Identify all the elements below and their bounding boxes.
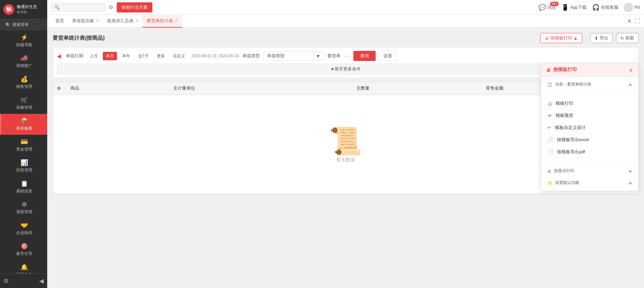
sidebar-item-basic[interactable]: 📋 基础信息 [0,177,47,197]
export-pdf-icon: 📄 [547,149,554,155]
sidebar-bottom: ⚙ ◀ [0,274,47,288]
sidebar-item-label: 营销推广 [16,63,32,69]
marketing-icon: 📣 [21,55,28,62]
sidebar-search[interactable]: 🔍 搜索菜单 [0,19,47,30]
date-btn-7days[interactable]: 近7天 [135,52,152,60]
dropdown-item-template-print[interactable]: 🖨 模板打印 [541,97,638,109]
dropdown-item-export-excel[interactable]: 📄 按模板导出excel [541,134,638,146]
print-button[interactable]: 🖨 按模板打印 ▲ [540,33,582,43]
dropdown-set-default[interactable]: ⭐ 设置默认功能 ▶ [541,177,638,189]
type-select-arrow: ▼ [316,54,320,59]
refresh-button[interactable]: ↻ 刷新 [616,33,639,43]
trial-button[interactable]: 体验行业方案 [117,2,152,12]
date-btn-current-month[interactable]: 本月 [103,52,117,60]
dropdown-section-sub: 🖨 按显示打印 ▶ ⭐ 设置默认功能 ▶ [541,163,638,191]
tab-home-label: 首页 [55,18,64,24]
table-header-settings[interactable]: ⚙ [53,82,66,95]
tab-inventory-batch[interactable]: 库存批次账 ✕ [68,15,103,28]
sidebar-item-operations[interactable]: 📊 经营管理 [0,156,47,177]
sidebar-item-marketing[interactable]: 📣 营销推广 [0,51,47,72]
tab-order-stats[interactable]: 要货单统计表 ✕ [143,15,182,28]
settings-icon[interactable]: ⚙ [3,277,9,285]
sidebar-logo: 畅 畅通好生意 标准版 [0,0,47,19]
print-label: 按模板打印 [550,35,572,41]
export-button[interactable]: ⬆ 导出 [590,33,613,43]
topbar-search-input[interactable] [60,5,100,10]
dropdown-divider-1 [541,94,638,94]
display-print-label: 按显示打印 [554,168,574,174]
headset-icon: 🎧 [592,4,599,11]
date-btn-custom[interactable]: 自定义 [170,52,188,60]
sidebar-item-inventory[interactable]: 📦 库存核算 [0,114,47,135]
filter-settings-button[interactable]: 设置 [379,51,397,61]
topbar-gear-icon[interactable]: ⚙ [109,4,113,10]
date-range-display: 2023-06-01 至 2023-06-30 [192,53,239,59]
tab-order-stats-close[interactable]: ✕ [175,19,178,23]
sidebar: 畅 畅通好生意 标准版 🔍 搜索菜单 ⚡ 快捷导航 📣 营销推广 💰 销售管理 … [0,0,47,288]
tab-home[interactable]: 首页 [51,15,68,28]
type-select[interactable]: 单据类型 ▼ [263,51,324,61]
export-excel-label: 按模板导出excel [557,137,589,143]
dropdown-print-icon: 🖨 [546,67,551,72]
sidebar-item-collab[interactable]: 🤝 企业协同 [0,218,47,239]
sidebar-app-name: 畅通好生意 [17,4,37,10]
tab-receipt-summary-close[interactable]: ✕ [136,19,139,23]
filter-collapse-icon[interactable]: ◀ [57,53,61,59]
message-icon: 💬 [538,4,546,11]
tab-receipt-summary[interactable]: 收发存汇总表 ✕ [103,15,143,28]
template-preview-label: 模板预览 [556,113,573,119]
dropdown-item-template-preview[interactable]: 👁 模板预览 [541,109,638,122]
collapse-icon[interactable]: ◀ [39,277,44,285]
display-print-arrow: ▶ [629,169,632,173]
dropdown-close-button[interactable]: ▲ [628,67,634,73]
display-print-icon: 🖨 [547,169,551,173]
goods-label: 要货单 [327,53,341,59]
app-download-button[interactable]: 📱 App下载 [561,4,587,11]
sidebar-item-guide[interactable]: 🎯 新手引导 [0,239,47,260]
purchase-icon: 🛒 [21,96,28,104]
sidebar-item-label: 新手引导 [16,251,32,257]
date-btn-more[interactable]: 更多 [154,52,168,60]
sidebar-item-appstore[interactable]: 🔔 应用中心 [0,260,47,274]
template-print-label: 模板打印 [556,100,573,106]
dropdown-section-current: 📋 当前：要货单统计表 ▶ [541,76,638,92]
table-header-goods: 商品 [66,82,169,95]
tab-receipt-summary-label: 收发存汇总表 [107,18,134,24]
sidebar-app-sub: 标准版 [17,10,37,14]
tab-fullscreen-icon[interactable]: ⛶ [635,18,640,24]
sidebar-item-label: 系统管理 [16,209,32,215]
refresh-icon: ↻ [620,36,624,41]
operations-icon: 📊 [21,159,28,166]
export-label: 导出 [599,35,608,41]
dropdown-item-template-design[interactable]: ✏ 模板自定义设计 [541,122,638,134]
dropdown-item-export-pdf[interactable]: 📄 按模板导出pdf [541,146,638,158]
no-data-text: 暂无数据 [336,157,355,163]
sidebar-item-finance[interactable]: 💳 资金管理 [0,135,47,156]
sidebar-item-sales[interactable]: 💰 销售管理 [0,72,47,93]
content-area: 要货单统计表(按商品) 🖨 按模板打印 ▲ | ⬆ 导出 ↻ 刷新 [47,28,644,288]
sidebar-item-quick-nav[interactable]: ⚡ 快捷导航 [0,30,47,51]
online-service-button[interactable]: 🎧 在线客服 [592,4,618,11]
collab-icon: 🤝 [21,222,28,229]
set-default-icon: ⭐ [547,181,552,185]
sidebar-item-system[interactable]: ⚙ 系统管理 [0,197,47,218]
tab-window-close-icon[interactable]: ✕ [627,18,632,25]
tab-inventory-batch-close[interactable]: ✕ [96,19,99,23]
refresh-label: 刷新 [625,35,634,41]
dropdown-current-item[interactable]: 📋 当前：要货单统计表 ▶ [541,78,638,90]
user-avatar-area[interactable]: Rit [624,3,640,12]
query-button[interactable]: 查询 [353,51,376,61]
finance-icon: 💳 [21,138,28,146]
dropdown-divider-2 [541,161,638,162]
topbar-search-box[interactable]: 🔍 [51,3,105,11]
sidebar-item-purchase[interactable]: 🛒 采购管理 [0,93,47,114]
search-icon: 🔍 [5,23,10,27]
current-icon: 📋 [547,82,552,87]
dropdown-header: 🖨 按模板打印 ▲ [541,63,638,76]
messages-button[interactable]: 💬 消息 99+ [538,4,556,11]
filter-more-icon[interactable]: ⋯ [344,52,350,60]
dropdown-display-print[interactable]: 🖨 按显示打印 ▶ [541,165,638,177]
type-select-value: 单据类型 [267,53,285,59]
date-btn-current-year[interactable]: 本年 [119,52,133,60]
date-btn-last-month[interactable]: 上月 [87,52,101,60]
